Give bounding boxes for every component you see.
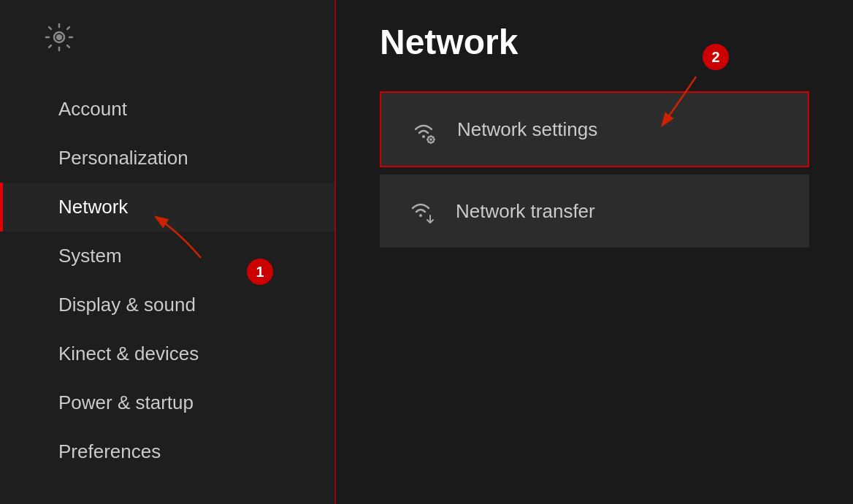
network-settings-option[interactable]: Network settings	[380, 91, 809, 167]
sidebar-item-label: Account	[58, 98, 127, 120]
sidebar-nav: Account Personalization Network System D…	[0, 85, 336, 504]
svg-point-3	[422, 135, 425, 138]
sidebar-item-kinect-devices[interactable]: Kinect & devices	[0, 329, 336, 378]
sidebar-item-network[interactable]: Network	[0, 183, 336, 232]
sidebar-item-label: Power & startup	[58, 392, 194, 413]
sidebar-item-display-sound[interactable]: Display & sound	[0, 280, 336, 329]
svg-point-6	[419, 214, 422, 217]
network-options: Network settings Network transfer	[380, 91, 809, 248]
network-transfer-label: Network transfer	[456, 200, 595, 223]
sidebar-item-label: System	[58, 245, 122, 267]
sidebar-item-account[interactable]: Account	[0, 85, 336, 134]
sidebar-item-label: Preferences	[58, 440, 161, 462]
main-content: Network Network settings	[336, 0, 853, 504]
network-settings-label: Network settings	[457, 118, 597, 141]
wifi-transfer-icon	[406, 195, 438, 227]
page-title: Network	[380, 22, 809, 62]
sidebar-item-power-startup[interactable]: Power & startup	[0, 378, 336, 427]
sidebar: Account Personalization Network System D…	[0, 0, 336, 504]
sidebar-item-label: Display & sound	[58, 294, 196, 316]
settings-gear-area	[0, 15, 336, 63]
sidebar-item-label: Kinect & devices	[58, 343, 199, 364]
sidebar-item-personalization[interactable]: Personalization	[0, 134, 336, 183]
sidebar-item-preferences[interactable]: Preferences	[0, 427, 336, 476]
sidebar-item-label: Network	[58, 196, 128, 218]
svg-point-1	[56, 34, 62, 40]
network-transfer-option[interactable]: Network transfer	[380, 175, 809, 248]
sidebar-item-label: Personalization	[58, 147, 188, 169]
gear-icon[interactable]	[44, 22, 74, 53]
sidebar-item-system[interactable]: System	[0, 232, 336, 280]
wifi-settings-icon	[408, 113, 440, 145]
svg-point-5	[429, 138, 432, 141]
